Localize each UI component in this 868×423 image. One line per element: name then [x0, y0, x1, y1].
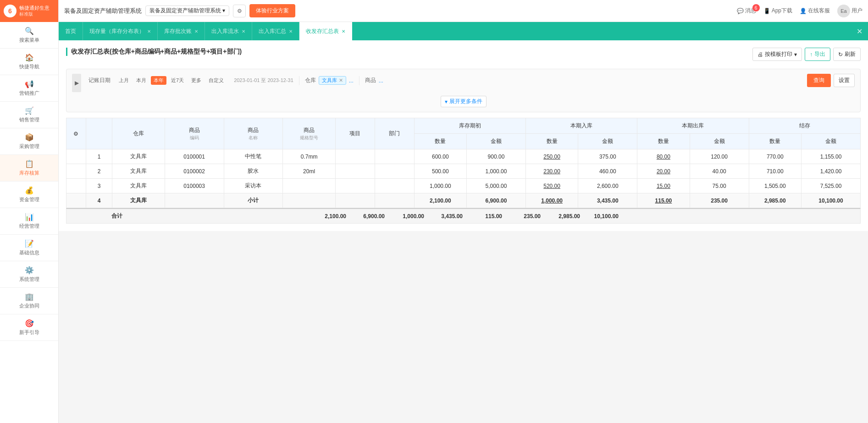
date-filter: 上月 本月 本年 近7天 更多 自定义 [116, 76, 227, 85]
row-num-cell: 2 [86, 164, 112, 179]
tab-receipt-summary[interactable]: 收发存汇总表 ✕ [299, 22, 352, 40]
user-action[interactable]: Ea 用户 [837, 5, 862, 17]
date-btn-more[interactable]: 更多 [188, 76, 204, 85]
table-row: 3 文具库 0100003 采访本 1,000.00 5,000.00 520.… [66, 179, 861, 193]
download-icon: 📱 [763, 8, 770, 14]
col-num-header [86, 118, 112, 149]
trial-button[interactable]: 体验行业方案 [249, 4, 295, 17]
tab-summary[interactable]: 出入库汇总 ✕ [252, 22, 299, 40]
row-in-qty-cell[interactable]: 250.00 [525, 149, 578, 164]
sidebar-item-basic[interactable]: 📝 基础信息 [0, 235, 58, 261]
row-out-qty-cell[interactable]: 15.00 [637, 179, 690, 193]
warehouse-more[interactable]: ... [349, 77, 354, 84]
sidebar-item-label: 库存核算 [19, 170, 39, 176]
sidebar-item-marketing[interactable]: 📢 营销推广 [0, 75, 58, 102]
tab-close-icon[interactable]: ✕ [342, 29, 345, 34]
row-num-cell: 1 [86, 149, 112, 164]
row-out-qty-cell[interactable]: 20.00 [637, 164, 690, 179]
sidebar-item-label: 快捷导航 [19, 63, 39, 70]
row-num-cell: 3 [86, 179, 112, 193]
row-out-qty-cell[interactable]: 115.00 [637, 193, 690, 208]
filter-toggle-button[interactable]: ▶ [72, 74, 81, 92]
col-spec-header: 商品规格型号 [283, 118, 336, 149]
tab-label: 收发存汇总表 [306, 27, 339, 35]
total-in-qty: 1,000.00 [387, 213, 424, 220]
tab-batch[interactable]: 库存批次账 ✕ [158, 22, 205, 40]
sidebar-item-guide[interactable]: 🎯 新手引导 [0, 314, 58, 341]
sidebar-item-finance[interactable]: 💰 资金管理 [0, 181, 58, 208]
tab-label: 现存量（库存分布表） [89, 27, 144, 35]
sidebar-item-purchase[interactable]: 📦 采购管理 [0, 128, 58, 155]
row-dept-cell [375, 164, 414, 179]
tab-close-icon[interactable]: ✕ [147, 29, 151, 34]
header-right: 💬 消息 6 📱 App下载 👤 在线客服 Ea 用户 [737, 5, 862, 17]
tab-flow[interactable]: 出入库流水 ✕ [205, 22, 252, 40]
tab-inventory-dist[interactable]: 现存量（库存分布表） ✕ [83, 22, 158, 40]
row-dept-cell [375, 193, 414, 208]
system-selector[interactable]: 装备及固定资产辅助管理系统 ▾ [145, 5, 229, 16]
column-settings-icon[interactable]: ⚙ [73, 131, 78, 137]
purchase-icon: 📦 [25, 133, 34, 142]
settings-gear-button[interactable]: ⚙ [233, 5, 246, 17]
col-balance-qty-header: 数量 [749, 134, 802, 149]
col-code-header: 商品编码 [165, 118, 224, 149]
warehouse-label: 仓库 [305, 77, 316, 84]
sidebar-item-system[interactable]: ⚙️ 系统管理 [0, 261, 58, 288]
row-out-qty-cell[interactable]: 80.00 [637, 149, 690, 164]
row-project-cell [335, 193, 375, 208]
sidebar-item-business[interactable]: 📊 经营管理 [0, 208, 58, 235]
date-btn-this-year[interactable]: 本年 [151, 76, 166, 85]
date-filter-label: 记账日期 [88, 77, 111, 84]
tab-bar-close-button[interactable]: ✕ [851, 27, 868, 36]
date-btn-7days[interactable]: 近7天 [168, 76, 187, 85]
tab-close-icon[interactable]: ✕ [289, 29, 293, 34]
warehouse-tag-close[interactable]: ✕ [339, 77, 343, 83]
column-settings-button[interactable]: 设置 [834, 74, 855, 87]
row-opening-amt-cell: 900.00 [467, 149, 526, 164]
row-in-qty-cell[interactable]: 1,000.00 [525, 193, 578, 208]
tab-close-icon[interactable]: ✕ [194, 29, 198, 34]
row-project-cell [335, 179, 375, 193]
export-button[interactable]: ↑ 导出 [805, 48, 830, 61]
row-settings-cell [66, 179, 86, 193]
sidebar-nav: 🔍 搜索菜单 🏠 快捷导航 📢 营销推广 🛒 销售管理 📦 采购管理 📋 [0, 22, 58, 423]
query-button[interactable]: 查询 [807, 74, 831, 87]
row-in-qty-cell[interactable]: 230.00 [525, 164, 578, 179]
sidebar: 6 畅捷通好生意 标准版 🔍 搜索菜单 🏠 快捷导航 📢 营销推广 🛒 [0, 0, 59, 423]
brand-name: 畅捷通好生意 [19, 5, 50, 11]
row-balance-amt-cell: 7,525.00 [802, 179, 861, 193]
tab-close-icon[interactable]: ✕ [242, 29, 245, 34]
goods-more[interactable]: ... [379, 77, 383, 84]
export-icon: ↑ [810, 51, 813, 58]
row-project-cell [335, 149, 375, 164]
row-balance-amt-cell: 1,155.00 [802, 149, 861, 164]
tab-home[interactable]: 首页 [59, 22, 83, 40]
app-download-action[interactable]: 📱 App下载 [763, 7, 792, 15]
row-opening-qty-cell: 600.00 [414, 149, 467, 164]
sidebar-item-search[interactable]: 🔍 搜索菜单 [0, 22, 58, 49]
sidebar-item-enterprise[interactable]: 🏢 企业协同 [0, 288, 58, 314]
basic-icon: 📝 [25, 239, 34, 248]
date-btn-custom[interactable]: 自定义 [206, 76, 227, 85]
page-title: 收发存汇总表(按仓库+商品编码+商品+规格型号+项目+部门) [66, 48, 242, 56]
app-logo: 6 畅捷通好生意 标准版 [0, 0, 58, 22]
row-name-cell: 胶水 [224, 164, 283, 179]
row-num-cell: 4 [86, 193, 112, 208]
date-btn-last-month[interactable]: 上月 [116, 76, 132, 85]
sidebar-item-inventory[interactable]: 📋 库存核算 [0, 155, 58, 181]
row-in-qty-cell[interactable]: 520.00 [525, 179, 578, 193]
row-in-amt-cell: 3,435.00 [578, 193, 637, 208]
sidebar-item-sales[interactable]: 🛒 销售管理 [0, 102, 58, 128]
print-template-button[interactable]: 🖨 按模板打印 ▾ [752, 48, 802, 61]
refresh-button[interactable]: ↻ 刷新 [833, 48, 861, 61]
online-service-action[interactable]: 👤 在线客服 [800, 7, 830, 15]
sidebar-item-quick-nav[interactable]: 🏠 快捷导航 [0, 49, 58, 75]
row-spec-cell: 0.7mm [283, 149, 336, 164]
sidebar-item-label: 系统管理 [19, 276, 39, 283]
marketing-icon: 📢 [25, 80, 34, 88]
row-opening-qty-cell: 2,100.00 [414, 193, 467, 208]
row-code-cell: 0100003 [165, 179, 224, 193]
date-btn-this-month[interactable]: 本月 [133, 76, 149, 85]
message-action[interactable]: 💬 消息 6 [737, 7, 756, 15]
expand-more-button[interactable]: ▾ 展开更多条件 [441, 96, 487, 107]
